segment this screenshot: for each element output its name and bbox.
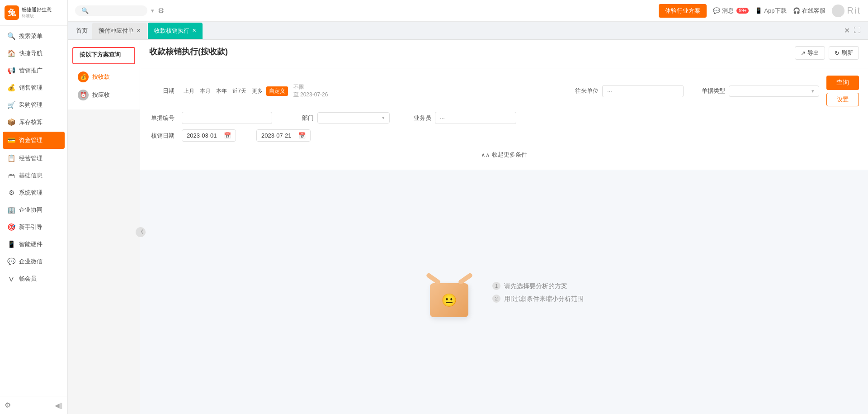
message-badge: 99+	[736, 8, 749, 14]
sidebar-item-label: 经营管理	[19, 154, 42, 162]
topbar: 🔍 ▾ ⚙ 体验行业方案 💬 消息 99+ 📱 App下载 🎧 在线客服	[68, 0, 868, 22]
building-icon: 🏢	[7, 206, 15, 214]
sidebar-item-label: 基础信息	[19, 171, 42, 180]
filter-option-by-receivable[interactable]: ⏰ 按应收	[68, 86, 140, 104]
sidebar-item-inventory[interactable]: 📦 库存核算	[0, 114, 67, 131]
settings-icon[interactable]: ⚙	[158, 6, 164, 15]
more-btn[interactable]: 更多	[250, 86, 264, 96]
page-header-actions: ↗ 导出 ↻ 刷新	[795, 46, 859, 60]
hint-2: 2 用[过滤]条件来缩小分析范围	[492, 292, 584, 305]
topbar-left: 🔍 ▾ ⚙	[75, 5, 653, 16]
custom-btn[interactable]: 自定义	[266, 86, 288, 96]
sidebar-item-wechat[interactable]: 💬 企业微信	[0, 253, 67, 270]
cart-icon: 🛒	[7, 101, 15, 109]
user-avatar	[832, 5, 844, 17]
app-download-btn[interactable]: 📱 App下载	[755, 7, 786, 15]
last-month-btn[interactable]: 上月	[182, 86, 196, 96]
sidebar-item-enterprise[interactable]: 🏢 企业协同	[0, 201, 67, 219]
tab-prepay-close[interactable]: ✕	[137, 28, 141, 33]
this-month-btn[interactable]: 本月	[198, 86, 212, 96]
staff-input[interactable]: ···	[435, 112, 516, 124]
sidebar-item-label: 销售管理	[19, 84, 42, 92]
tab-home[interactable]: 首页	[71, 24, 92, 38]
sidebar-item-sales[interactable]: 💰 销售管理	[0, 79, 67, 96]
export-label: 导出	[807, 49, 819, 57]
filter-option-by-receipt[interactable]: 💰 按收款	[68, 68, 140, 86]
hint-1: 1 请先选择要分析的方案	[492, 280, 584, 292]
date-field: 上月 本月 本年 近7天 更多 自定义 不限 至 2023-07-26	[182, 83, 557, 99]
date-label: 日期	[149, 87, 175, 95]
maximize-icon[interactable]: ⛶	[854, 26, 861, 35]
search-icon: 🔍	[81, 7, 89, 14]
doctype-select[interactable]: ▾	[729, 86, 819, 97]
sidebar-item-search[interactable]: 🔍 搜索菜单	[0, 28, 67, 45]
tab-writeoff-close[interactable]: ✕	[192, 28, 196, 33]
industry-btn[interactable]: 体验行业方案	[659, 4, 707, 18]
docno-input[interactable]	[182, 112, 272, 124]
tab-writeoff-label: 收款核销执行	[154, 27, 189, 35]
writeoff-date-end[interactable]: 2023-07-21 📅	[256, 129, 311, 142]
counterpart-input[interactable]: ···	[602, 85, 684, 97]
sidebar-item-purchase[interactable]: 🛒 采购管理	[0, 96, 67, 114]
app-name: 畅捷通好生意	[22, 6, 52, 13]
search-form: 日期 上月 本月 本年 近7天 更多 自定义 不限	[140, 68, 868, 170]
filter-collapse-btn[interactable]: 《	[136, 227, 146, 237]
query-btn[interactable]: 查询	[826, 76, 859, 90]
mobile-icon: 📱	[7, 240, 15, 248]
tab-prepay[interactable]: 预付冲应付单 ✕	[92, 23, 147, 39]
last-7days-btn[interactable]: 近7天	[231, 86, 248, 96]
receipt-icon: 💰	[78, 71, 89, 82]
doctype-field: 单据类型 ▾	[700, 86, 819, 97]
sidebar-item-label: 库存核算	[19, 118, 42, 126]
sidebar-item-marketing[interactable]: 📢 营销推广	[0, 62, 67, 79]
empty-illustration: 😐	[425, 267, 474, 317]
online-service-btn[interactable]: 🎧 在线客服	[793, 7, 826, 15]
calendar-icon-end: 📅	[298, 132, 306, 139]
sidebar-item-label: 新手引导	[19, 223, 42, 231]
dept-select[interactable]: ▾	[317, 112, 390, 124]
dropdown-icon[interactable]: ▾	[151, 7, 154, 14]
settings-form-btn[interactable]: 设置	[826, 93, 859, 106]
user-area: Rit	[832, 5, 861, 17]
sidebar-item-label: 企业协同	[19, 206, 42, 214]
sidebar-item-hardware[interactable]: 📱 智能硬件	[0, 236, 67, 253]
calendar-icon: 📅	[224, 132, 231, 139]
tab-writeoff[interactable]: 收款核销执行 ✕	[148, 23, 203, 39]
refresh-icon: ↻	[835, 50, 840, 57]
sidebar-item-label: 企业微信	[19, 257, 42, 266]
export-btn[interactable]: ↗ 导出	[795, 46, 825, 60]
sidebar-item-management[interactable]: 📋 经营管理	[0, 150, 67, 167]
main-content: 🔍 ▾ ⚙ 体验行业方案 💬 消息 99+ 📱 App下载 🎧 在线客服	[68, 0, 868, 414]
member-icon: V	[7, 275, 15, 283]
sidebar-item-label: 快捷导航	[19, 49, 42, 57]
this-year-btn[interactable]: 本年	[214, 86, 229, 96]
sidebar-item-quicknav[interactable]: 🏠 快捷导航	[0, 45, 67, 62]
dept-label: 部门	[288, 114, 314, 122]
service-label: 在线客服	[802, 7, 826, 15]
app-download-label: App下载	[764, 7, 786, 15]
tab-prepay-label: 预付冲应付单	[99, 27, 134, 35]
refresh-btn[interactable]: ↻ 刷新	[829, 46, 859, 60]
collapse-label: 收起更多条件	[492, 151, 527, 159]
sidebar-item-finance[interactable]: 💳 资金管理	[3, 132, 65, 149]
sidebar-settings-icon[interactable]: ⚙	[5, 401, 11, 409]
sidebar-collapse-icon[interactable]: ◀‖	[55, 402, 63, 409]
sidebar-item-system[interactable]: ⚙ 系统管理	[0, 184, 67, 201]
sidebar-item-basic-info[interactable]: 🗃 基础信息	[0, 167, 67, 184]
date-no-limit: 不限 至 2023-07-26	[293, 83, 328, 99]
sidebar-item-label: 营销推广	[19, 67, 42, 75]
sidebar-item-member[interactable]: V 畅会员	[0, 270, 67, 287]
megaphone-icon: 📢	[7, 67, 15, 75]
writeoff-date-start[interactable]: 2023-03-01 📅	[182, 129, 236, 142]
topbar-search[interactable]: 🔍	[75, 5, 147, 16]
sidebar-item-newbie[interactable]: 🎯 新手引导	[0, 219, 67, 236]
gear-icon: ⚙	[7, 189, 15, 197]
collapse-more-btn[interactable]: ∧∧ 收起更多条件	[149, 147, 859, 162]
close-window-icon[interactable]: ✕	[844, 26, 850, 35]
hint-num-1: 1	[492, 282, 500, 290]
date-separator: —	[243, 132, 249, 139]
message-btn[interactable]: 💬 消息 99+	[713, 7, 749, 15]
main-panel: 收款核销执行(按收款) ↗ 导出 ↻ 刷新 日期	[140, 40, 868, 414]
empty-state: 😐 1 请先选择要分析的方案 2 用[过滤]条件来缩小分析范围	[425, 267, 584, 317]
database-icon: 🗃	[7, 172, 15, 180]
